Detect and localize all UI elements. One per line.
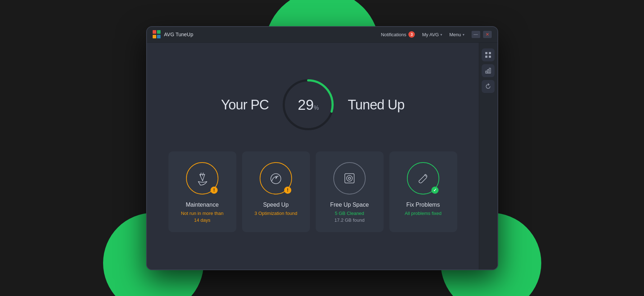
broom-icon: [195, 171, 210, 186]
score-value: 29: [298, 97, 314, 113]
svg-line-6: [203, 173, 203, 176]
free-up-space-icon-wrapper: [333, 162, 366, 194]
app-name: AVG TuneUp: [164, 32, 193, 37]
menu-button[interactable]: Menu ▾: [449, 32, 464, 37]
maintenance-icon-wrapper: !: [186, 162, 218, 194]
fix-problems-card[interactable]: ✓ Fix Problems All problems fixed: [389, 151, 457, 232]
logo-square-orange: [153, 35, 156, 38]
svg-line-13: [425, 175, 426, 177]
my-avg-button[interactable]: My AVG ▾: [422, 32, 442, 37]
maintenance-alert-badge: !: [210, 187, 218, 194]
free-up-found: 17.2 GB found: [334, 217, 365, 223]
titlebar-right: Notifications 3 My AVG ▾ Menu ▾ —: [381, 31, 491, 38]
minimize-button[interactable]: —: [472, 31, 480, 38]
sidebar-chart-icon[interactable]: [482, 64, 495, 77]
my-avg-chevron-icon: ▾: [440, 33, 442, 37]
svg-rect-18: [486, 71, 487, 73]
logo-square-red: [153, 30, 156, 34]
svg-rect-16: [485, 56, 487, 58]
fix-problems-status: All problems fixed: [405, 210, 442, 217]
tuned-up-label: Tuned Up: [348, 97, 404, 113]
speed-up-alert-badge: !: [284, 187, 291, 194]
menu-chevron-icon: ▾: [463, 33, 464, 37]
fix-problems-icon-wrapper: ✓: [407, 162, 439, 194]
speed-up-title: Speed Up: [263, 202, 288, 208]
svg-point-12: [348, 177, 351, 179]
svg-rect-10: [345, 174, 354, 183]
cards-section: ! Maintenance Not run in more than14 day…: [168, 151, 457, 232]
app-window: AVG TuneUp Notifications 3 My AVG ▾ Menu…: [146, 26, 498, 270]
notifications-label: Notifications: [381, 32, 406, 37]
window-controls: — ✕: [472, 31, 492, 38]
score-percent: %: [314, 105, 319, 111]
disk-icon: [342, 171, 357, 186]
free-up-space-icon-circle: [333, 162, 366, 194]
sidebar-refresh-icon[interactable]: [482, 80, 495, 93]
maintenance-status: Not run in more than14 days: [181, 210, 224, 223]
svg-rect-19: [487, 70, 489, 73]
svg-line-2: [200, 174, 203, 181]
avg-logo: [153, 30, 161, 39]
speed-up-status: 3 Optimization found: [254, 210, 297, 217]
free-up-space-card[interactable]: Free Up Space 5 GB Cleaned 17.2 GB found: [316, 151, 384, 232]
center-area: Your PC 29% Tuned Up: [147, 43, 479, 269]
fix-problems-title: Fix Problems: [406, 202, 440, 208]
svg-rect-20: [489, 68, 491, 73]
notifications-button[interactable]: Notifications 3: [381, 31, 415, 38]
free-up-space-status: 5 GB Cleaned 17.2 GB found: [334, 210, 365, 223]
maintenance-card[interactable]: ! Maintenance Not run in more than14 day…: [168, 151, 236, 232]
your-pc-label: Your PC: [221, 97, 269, 113]
speed-up-card[interactable]: ! Speed Up 3 Optimization found: [242, 151, 310, 232]
sidebar-grid-icon[interactable]: [482, 48, 495, 61]
notification-badge: 3: [408, 31, 415, 38]
speed-up-icon-wrapper: !: [260, 162, 292, 194]
titlebar: AVG TuneUp Notifications 3 My AVG ▾ Menu…: [147, 27, 497, 43]
svg-rect-17: [489, 56, 491, 58]
gauge-inner: 29%: [298, 98, 319, 112]
svg-line-5: [200, 173, 201, 176]
fix-problems-check-badge: ✓: [431, 187, 439, 194]
laptop-frame: AVG TuneUp Notifications 3 My AVG ▾ Menu…: [146, 26, 498, 270]
score-section: Your PC 29% Tuned Up: [221, 76, 404, 133]
free-up-cleaned: 5 GB Cleaned: [335, 211, 364, 216]
score-gauge: 29%: [279, 76, 337, 133]
titlebar-left: AVG TuneUp: [153, 30, 193, 39]
svg-point-11: [347, 175, 352, 181]
speedometer-icon: [268, 171, 283, 186]
main-content: Your PC 29% Tuned Up: [147, 43, 497, 269]
logo-square-blue: [157, 35, 161, 38]
sidebar: [479, 43, 497, 269]
svg-rect-15: [489, 52, 491, 54]
close-button[interactable]: ✕: [483, 31, 492, 38]
logo-square-green: [157, 30, 161, 34]
maintenance-title: Maintenance: [186, 202, 219, 208]
free-up-space-title: Free Up Space: [330, 202, 369, 208]
wrench-icon: [416, 171, 431, 186]
svg-rect-14: [485, 52, 487, 54]
